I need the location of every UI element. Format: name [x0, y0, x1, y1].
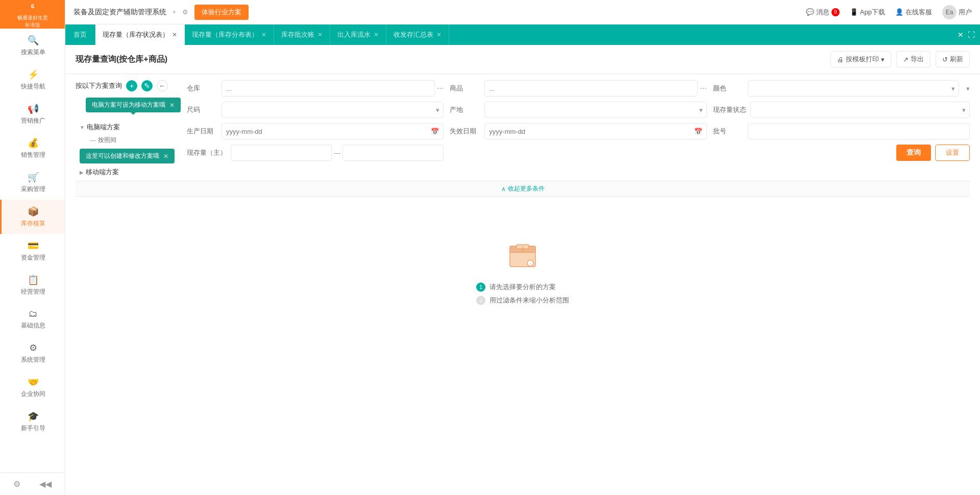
filter-quantity: 现存量（主） —: [187, 145, 444, 161]
sidebar-item-basic[interactable]: 🗂 基础信息: [0, 302, 65, 336]
messages-nav[interactable]: 💬 消息 9: [806, 8, 840, 17]
sidebar-item-finance[interactable]: 💳 资金管理: [0, 234, 65, 268]
settings-btn[interactable]: ⚙: [182, 8, 188, 16]
warehouse-input[interactable]: [222, 80, 435, 97]
filter-warehouse: 仓库 ···: [187, 80, 444, 97]
step-num-2: 2: [476, 296, 485, 305]
filter-row-4: 现存量（主） — 查询 设置: [187, 145, 970, 161]
filter-batch: 批号: [713, 123, 970, 139]
filter-fields: 仓库 ··· 商品 ···: [187, 80, 970, 166]
tab-close-inventory-distribution[interactable]: ✕: [261, 31, 266, 38]
support-icon: 👤: [895, 8, 903, 16]
print-btn[interactable]: 🖨 按模板打印 ▾: [830, 51, 891, 67]
user-avatar: Ea: [942, 5, 957, 19]
tab-close-inventory-status[interactable]: ✕: [172, 31, 177, 38]
settings-footer-btn[interactable]: ⚙: [13, 479, 20, 489]
svg-text:6: 6: [31, 3, 34, 9]
warehouse-more[interactable]: ···: [437, 84, 444, 93]
goods-more[interactable]: ···: [700, 84, 706, 93]
tab-close-inventory-batch[interactable]: ✕: [317, 31, 323, 38]
export-icon: ↗: [903, 56, 909, 63]
goods-input[interactable]: [484, 80, 698, 97]
color-dropdown-icon[interactable]: ▾: [966, 85, 970, 92]
collapse-bar[interactable]: ∧ 收起更多条件: [76, 181, 970, 197]
tooltip1-close[interactable]: ✕: [169, 102, 175, 109]
step-2: 2 用过滤条件来缩小分析范围: [476, 296, 569, 305]
filter-row-2: 尺码 产地 现存量状态: [187, 102, 970, 118]
sidebar-item-quick-nav[interactable]: ⚡ 快捷导航: [0, 63, 65, 97]
filter-area: 按以下方案查询 + ✎ ← 电脑方案可设为移动方案哦 ✕: [65, 74, 980, 203]
prod-cal-icon[interactable]: 📅: [431, 128, 439, 135]
filter-inventory-status: 现存量状态: [713, 102, 970, 118]
reset-button[interactable]: 设置: [935, 145, 970, 161]
quantity-range-sep: —: [334, 149, 340, 157]
sidebar-item-marketing[interactable]: 📢 营销推广: [0, 97, 65, 131]
tooltip2-close[interactable]: ✕: [163, 153, 168, 160]
filter-color: 颜色 ▾: [713, 80, 970, 97]
empty-state-steps: 1 请先选择要分析的方案 2 用过滤条件来缩小分析范围: [476, 282, 569, 305]
print-dropdown-icon: ▾: [881, 56, 885, 63]
quantity-max-input[interactable]: [342, 145, 444, 161]
desktop-children: — 按照间: [76, 134, 181, 147]
back-scheme-btn[interactable]: ←: [157, 80, 168, 91]
guide-icon: 🎓: [28, 411, 39, 422]
scheme-child-item[interactable]: — 按照间: [86, 134, 181, 147]
sidebar-item-sales[interactable]: 💰 销售管理: [0, 131, 65, 166]
desktop-scheme-item[interactable]: ▼ 电脑端方案: [76, 121, 181, 134]
search-button[interactable]: 查询: [896, 145, 931, 161]
app-download-nav[interactable]: 📱 App下载: [850, 8, 885, 17]
top-header: 装备及固定资产辅助管理系统 ▾ ⚙ 体验行业方案 💬 消息 9 📱 App下载 …: [65, 0, 980, 25]
tab-recv-summary[interactable]: 收发存汇总表 ✕: [386, 25, 449, 45]
tab-close-recv-summary[interactable]: ✕: [436, 31, 442, 38]
sidebar-item-system[interactable]: ⚙ 系统管理: [0, 336, 65, 370]
operations-icon: 📋: [28, 274, 39, 286]
page-header: 现存量查询(按仓库+商品) 🖨 按模板打印 ▾ ↗ 导出 ↺ 刷新: [65, 45, 980, 74]
expiry-date-field: 📅: [484, 123, 706, 139]
phone-icon: 📱: [850, 8, 858, 16]
color-select[interactable]: [748, 80, 959, 97]
logo-icon: 6: [24, 0, 41, 13]
batch-input[interactable]: [748, 123, 970, 139]
header-right: 💬 消息 9 📱 App下载 👤 在线客服 Ea 用户: [806, 5, 972, 19]
sidebar-item-operations[interactable]: 📋 经营管理: [0, 268, 65, 302]
inventory-status-select[interactable]: [750, 102, 970, 118]
export-btn[interactable]: ↗ 导出: [896, 51, 930, 67]
filter-row-3: 生产日期 📅 失效日期 📅: [187, 123, 970, 139]
industry-btn[interactable]: 体验行业方案: [194, 5, 249, 20]
collapse-sidebar-btn[interactable]: ◀◀: [39, 479, 52, 489]
tab-inout-flow[interactable]: 出入库流水 ✕: [330, 25, 386, 45]
sidebar-item-guide[interactable]: 🎓 新手引导: [0, 405, 65, 439]
tab-close-inout-flow[interactable]: ✕: [374, 31, 379, 38]
online-support-nav[interactable]: 👤 在线客服: [895, 8, 932, 17]
size-select[interactable]: [222, 102, 444, 118]
step-1: 1 请先选择要分析的方案: [476, 282, 569, 292]
sidebar-item-enterprise[interactable]: 🤝 企业协同: [0, 370, 65, 405]
quantity-min-input[interactable]: [231, 145, 332, 161]
expiry-cal-icon[interactable]: 📅: [694, 128, 702, 135]
mobile-scheme-item[interactable]: ▶ 移动端方案: [76, 166, 181, 179]
tab-fullscreen-btn[interactable]: ⛶: [968, 31, 975, 39]
filter-size: 尺码: [187, 102, 444, 118]
sidebar-item-inventory[interactable]: 📦 库存核算: [0, 200, 65, 234]
edit-scheme-btn[interactable]: ✎: [141, 80, 153, 91]
tab-inventory-distribution[interactable]: 现存量（库存分布表） ✕: [185, 25, 274, 45]
sidebar-menu: 🔍 搜索菜单 ⚡ 快捷导航 📢 营销推广 💰 销售管理 🛒 采购管理 📦 库存核…: [0, 29, 65, 473]
add-scheme-btn[interactable]: +: [126, 80, 137, 91]
page-actions: 🖨 按模板打印 ▾ ↗ 导出 ↺ 刷新: [830, 51, 970, 67]
tab-close-all-btn[interactable]: ✕: [958, 31, 964, 39]
expiry-date-input[interactable]: [489, 128, 691, 135]
header-divider: ▾: [173, 8, 176, 16]
refresh-btn[interactable]: ↺ 刷新: [936, 51, 970, 67]
refresh-icon: ↺: [942, 56, 948, 63]
sidebar-item-search[interactable]: 🔍 搜索菜单: [0, 29, 65, 63]
user-nav[interactable]: Ea 用户: [942, 5, 972, 19]
tab-inventory-status[interactable]: 现存量（库存状况表） ✕: [95, 25, 185, 45]
system-title: 装备及固定资产辅助管理系统: [74, 8, 166, 17]
origin-select[interactable]: [484, 102, 706, 118]
tab-inventory-batch[interactable]: 库存批次账 ✕: [274, 25, 330, 45]
message-icon: 💬: [806, 8, 814, 16]
prod-date-input[interactable]: [226, 128, 428, 135]
tab-home[interactable]: 首页: [65, 25, 95, 45]
message-badge: 9: [831, 8, 840, 16]
sidebar-item-purchase[interactable]: 🛒 采购管理: [0, 166, 65, 200]
